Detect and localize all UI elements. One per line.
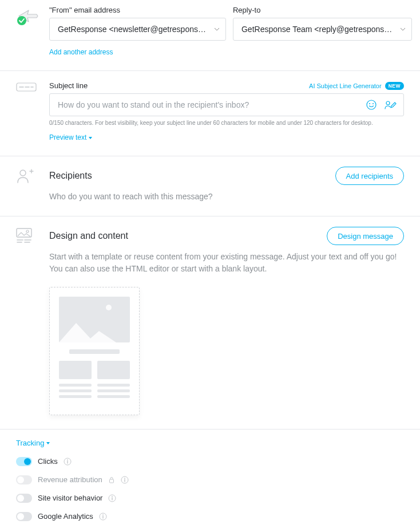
add-another-address-link[interactable]: Add another address: [49, 48, 113, 56]
recipients-desc: Who do you want to reach with this messa…: [49, 191, 404, 202]
info-tooltip[interactable]: [99, 513, 107, 521]
tracking-row: Revenue attribution: [16, 471, 404, 489]
placeholder-image-icon: [59, 297, 130, 342]
caret-down-icon: [214, 26, 220, 32]
subject-input[interactable]: [57, 100, 366, 110]
svg-point-0: [17, 16, 26, 25]
svg-point-7: [373, 103, 374, 104]
svg-point-30: [102, 514, 104, 515]
tracking-toggle-link[interactable]: Tracking: [16, 439, 50, 447]
info-icon: [121, 476, 129, 484]
subject-input-wrapper: [49, 93, 404, 116]
design-title: Design and content: [49, 231, 128, 241]
reply-to-select[interactable]: GetResponse Team <reply@getrespons…: [233, 18, 412, 41]
tracking-row: Google Analytics: [16, 507, 404, 524]
from-select-value: GetResponse <newsletter@getrespons…: [58, 25, 206, 34]
toggle-label: Google Analytics: [38, 512, 93, 521]
svg-rect-21: [109, 479, 113, 483]
toggle-clicks[interactable]: [16, 457, 32, 466]
from-select[interactable]: GetResponse <newsletter@getrespons…: [49, 18, 226, 41]
recipients-icon: [16, 167, 49, 202]
design-message-button[interactable]: Design message: [327, 227, 404, 245]
svg-point-27: [112, 496, 113, 497]
info-icon: [64, 458, 72, 466]
design-desc: Start with a template or reuse content f…: [49, 251, 404, 274]
reply-to-label: Reply-to: [233, 6, 412, 14]
toggle-site-visitor-behavior[interactable]: [16, 494, 32, 503]
new-badge: NEW: [385, 82, 404, 90]
toggle-label: Clicks: [38, 457, 58, 466]
lock-icon: [108, 476, 115, 483]
ai-subject-generator-link[interactable]: AI Subject Line Generator: [309, 82, 382, 89]
subject-helper: 0/150 characters. For best visibility, k…: [49, 120, 404, 126]
svg-point-5: [367, 100, 376, 109]
from-label: "From" email address: [49, 6, 226, 14]
recipients-title: Recipients: [49, 171, 92, 181]
subject-section: Subject line AI Subject Line Generator N…: [0, 71, 420, 156]
svg-point-24: [124, 478, 125, 479]
design-section: Design and content Design message Start …: [0, 216, 420, 430]
info-tooltip[interactable]: [64, 458, 72, 466]
design-icon: [16, 227, 49, 415]
recipients-section: Recipients Add recipients Who do you wan…: [0, 156, 420, 216]
toggle-revenue-attribution: [16, 475, 32, 484]
template-placeholder[interactable]: [49, 287, 140, 415]
info-icon: [108, 494, 116, 502]
tracking-row: Site visitor behavior: [16, 489, 404, 507]
toggle-label: Site visitor behavior: [38, 494, 102, 502]
svg-point-8: [386, 101, 390, 105]
info-tooltip[interactable]: [108, 494, 116, 502]
tracking-section: Tracking ClicksRevenue attributionSite v…: [0, 430, 420, 524]
tracking-row: Clicks: [16, 452, 404, 471]
svg-point-13: [26, 230, 29, 233]
info-tooltip[interactable]: [121, 476, 129, 484]
svg-point-9: [20, 170, 26, 176]
emoji-icon[interactable]: [366, 99, 377, 111]
caret-down-icon: [400, 26, 406, 32]
send-status-icon: [16, 6, 49, 57]
from-section: "From" email address GetResponse <newsle…: [0, 0, 420, 71]
subject-label: Subject line: [49, 81, 88, 90]
personalize-icon[interactable]: [384, 99, 397, 111]
add-recipients-button[interactable]: Add recipients: [335, 167, 404, 185]
subject-icon: [16, 81, 49, 142]
toggle-google-analytics[interactable]: [16, 512, 32, 521]
svg-point-6: [369, 103, 370, 104]
toggle-label: Revenue attribution: [38, 475, 102, 484]
reply-to-select-value: GetResponse Team <reply@getrespons…: [241, 25, 392, 34]
preview-text-link[interactable]: Preview text: [49, 133, 92, 141]
info-icon: [99, 513, 107, 521]
svg-point-20: [67, 459, 68, 460]
